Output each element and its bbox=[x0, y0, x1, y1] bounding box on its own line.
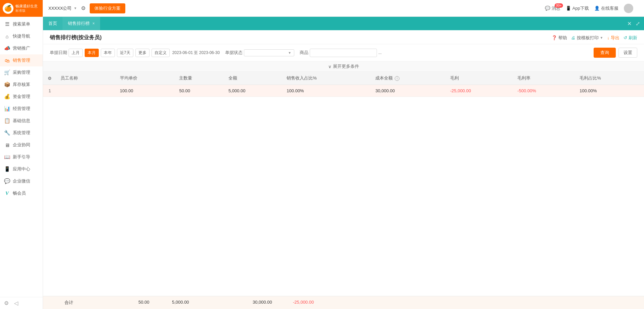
table-container: ⚙ 员工名称 平均单价 主数量 全额 销售收入占比% 成本全额 i 毛利 毛利率 bbox=[43, 72, 644, 296]
sidebar-item-system[interactable]: 🔧 系统管理 bbox=[0, 127, 43, 139]
sidebar-item-operation[interactable]: 📊 经营管理 bbox=[0, 103, 43, 115]
query-button[interactable]: 查询 bbox=[594, 48, 616, 58]
goods-filter-label: 商品 bbox=[300, 50, 308, 56]
sidebar-settings-icon[interactable]: ⚙ bbox=[4, 300, 9, 306]
filter-settings-button[interactable]: 设置 bbox=[618, 48, 637, 58]
sidebar-item-label-system: 系统管理 bbox=[13, 130, 30, 136]
expand-conditions-button[interactable]: ∨ 展开更多条件 bbox=[328, 63, 359, 69]
app-edition: 标准版 bbox=[15, 8, 38, 13]
sidebar-collapse-icon[interactable]: ◁ bbox=[14, 300, 18, 306]
footer-cost: 30,000.00 bbox=[249, 300, 289, 306]
footer-label: 合计 bbox=[60, 300, 101, 306]
close-all-tabs-icon[interactable]: ✕ bbox=[627, 20, 632, 27]
sidebar-item-app-center[interactable]: 📱 应用中心 bbox=[0, 163, 43, 175]
help-icon: ❓ bbox=[552, 35, 557, 40]
operation-icon: 📊 bbox=[4, 106, 10, 112]
logo-text-block: 畅康通好生意 标准版 bbox=[15, 4, 38, 13]
status-select-arrow-icon: ▼ bbox=[288, 51, 291, 55]
message-button[interactable]: 💬 消息 99+ bbox=[545, 5, 560, 11]
vip-icon: V bbox=[4, 191, 10, 196]
sidebar-item-sales[interactable]: 🛍 销售管理 bbox=[0, 54, 43, 66]
app-download-button[interactable]: 📱 App下载 bbox=[566, 5, 589, 11]
date-btn-custom[interactable]: 自定义 bbox=[152, 49, 170, 57]
sidebar-item-enterprise[interactable]: 🖥 企业协同 bbox=[0, 139, 43, 151]
sidebar-item-label-operation: 经营管理 bbox=[13, 106, 30, 112]
sidebar-item-inventory[interactable]: 📦 库存核算 bbox=[0, 79, 43, 91]
goods-input[interactable] bbox=[310, 49, 377, 57]
header-bar: XXXXX公司 ▼ ⚙ 体验行业方案 💬 消息 99+ 📱 App下载 👤 在线… bbox=[43, 0, 644, 17]
header-settings-icon[interactable]: ⚙ bbox=[81, 5, 86, 11]
print-button[interactable]: 🖨 按模板打印 ▼ bbox=[571, 35, 603, 41]
sidebar-item-wechat[interactable]: 💬 企业微信 bbox=[0, 175, 43, 187]
sidebar-item-finance[interactable]: 💰 资金管理 bbox=[0, 91, 43, 103]
sidebar-item-purchase[interactable]: 🛒 采购管理 bbox=[0, 66, 43, 79]
enterprise-icon: 🖥 bbox=[4, 142, 10, 148]
company-selector[interactable]: XXXXX公司 ▼ bbox=[48, 5, 77, 11]
tab-home-label: 首页 bbox=[48, 20, 57, 27]
col-amount-header: 全额 bbox=[224, 72, 283, 85]
print-label: 按模板打印 bbox=[577, 35, 599, 41]
message-icon: 💬 bbox=[545, 6, 550, 11]
table-header-row: ⚙ 员工名称 平均单价 主数量 全额 销售收入占比% 成本全额 i 毛利 毛利率 bbox=[43, 72, 644, 85]
cell-amount: 5,000.00 bbox=[224, 85, 283, 97]
try-industry-button[interactable]: 体验行业方案 bbox=[90, 3, 125, 13]
page-title: 销售排行榜(按业务员) bbox=[50, 34, 102, 41]
sidebar-item-quick-nav[interactable]: ⌂ 快捷导航 bbox=[0, 30, 43, 42]
cell-avg-price: 100.00 bbox=[116, 85, 175, 97]
col-settings-header[interactable]: ⚙ bbox=[43, 72, 56, 85]
export-icon: ↓ bbox=[607, 35, 610, 40]
date-btn-more[interactable]: 更多 bbox=[135, 49, 149, 57]
sidebar-item-vip[interactable]: V 畅会员 bbox=[0, 187, 43, 199]
system-icon: 🔧 bbox=[4, 130, 10, 136]
date-btn-this-month[interactable]: 本月 bbox=[85, 49, 99, 57]
filter-bar: 单据日期 上月 本月 本年 近7天 更多 自定义 2023-06-01 至 20… bbox=[43, 44, 644, 61]
expand-bar: ∨ 展开更多条件 bbox=[43, 61, 644, 72]
help-button[interactable]: ❓ 帮助 bbox=[552, 35, 567, 41]
status-select-box[interactable]: ▼ bbox=[244, 49, 294, 56]
date-btn-this-year[interactable]: 本年 bbox=[101, 49, 115, 57]
footer-amount: 5,000.00 bbox=[168, 300, 208, 306]
cost-info-icon[interactable]: i bbox=[395, 76, 399, 81]
sidebar-item-guide[interactable]: 📖 新手引导 bbox=[0, 151, 43, 163]
online-service-button[interactable]: 👤 在线客服 bbox=[594, 5, 618, 11]
col-gross-pct-header: 毛利占比% bbox=[575, 72, 644, 85]
cell-cost: 30,000.00 bbox=[371, 85, 446, 97]
footer-gross-profit: -25,000.00 bbox=[289, 300, 329, 306]
export-button[interactable]: ↓ 导出 bbox=[607, 35, 620, 41]
basic-icon: 📋 bbox=[4, 118, 10, 124]
sidebar-item-marketing[interactable]: 📣 营销推广 bbox=[0, 42, 43, 54]
sidebar-item-label-vip: 畅会员 bbox=[13, 190, 26, 196]
sidebar-item-label-search: 搜索菜单 bbox=[13, 21, 30, 27]
company-dropdown-icon: ▼ bbox=[74, 6, 77, 10]
marketing-icon: 📣 bbox=[4, 45, 10, 51]
service-icon: 👤 bbox=[594, 6, 600, 11]
col-qty-header: 主数量 bbox=[175, 72, 224, 85]
tab-close-icon[interactable]: × bbox=[92, 21, 95, 26]
sidebar-item-label-purchase: 采购管理 bbox=[13, 69, 30, 75]
export-label: 导出 bbox=[611, 35, 619, 41]
date-btn-7days[interactable]: 近7天 bbox=[117, 49, 133, 57]
col-gross-profit-header: 毛利 bbox=[446, 72, 513, 85]
sales-icon: 🛍 bbox=[4, 58, 10, 63]
footer-sales-pct-empty bbox=[208, 300, 249, 306]
sidebar-item-basic[interactable]: 📋 基础信息 bbox=[0, 115, 43, 127]
print-icon: 🖨 bbox=[571, 35, 575, 40]
app-download-label: App下载 bbox=[572, 5, 589, 11]
company-name: XXXXX公司 bbox=[48, 5, 72, 11]
sidebar-item-label-guide: 新手引导 bbox=[13, 154, 30, 160]
tab-home[interactable]: 首页 bbox=[43, 17, 62, 30]
sidebar-item-search[interactable]: ☰ 搜索菜单 bbox=[0, 18, 43, 30]
restore-window-icon[interactable]: ⤢ bbox=[636, 20, 640, 27]
message-badge: 99+ bbox=[555, 3, 563, 8]
service-label: 在线客服 bbox=[601, 5, 618, 11]
refresh-button[interactable]: ↺ 刷新 bbox=[624, 35, 637, 41]
goods-more-icon[interactable]: ... bbox=[378, 50, 382, 55]
avatar[interactable] bbox=[624, 4, 633, 13]
date-btn-last-month[interactable]: 上月 bbox=[69, 49, 83, 57]
expand-down-icon: ∨ bbox=[328, 64, 332, 69]
refresh-icon: ↺ bbox=[624, 35, 627, 40]
sidebar-item-label-wechat: 企业微信 bbox=[13, 178, 30, 184]
tab-sales-ranking[interactable]: 销售排行榜 × bbox=[62, 17, 100, 30]
goods-filter-group: 商品 ... bbox=[300, 49, 382, 57]
sidebar-item-label-inventory: 库存核算 bbox=[13, 82, 30, 88]
